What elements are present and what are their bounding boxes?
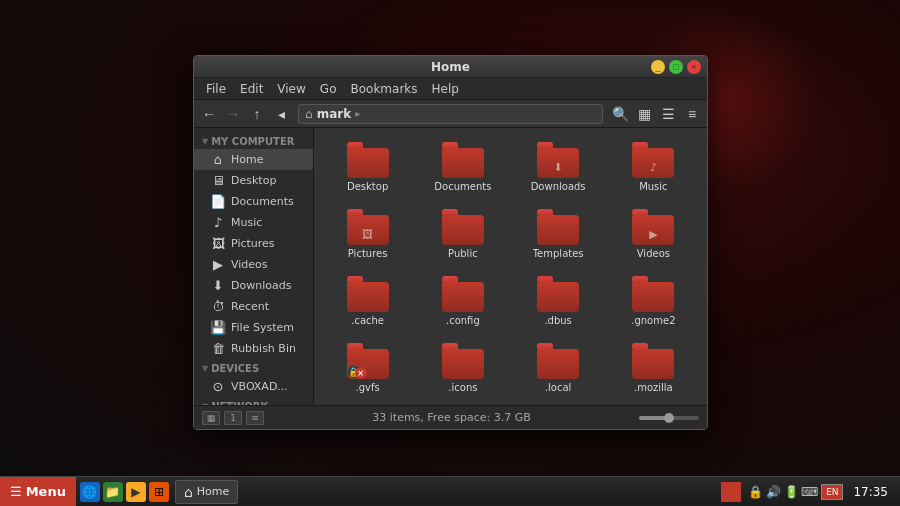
file-item-gnome2[interactable]: .gnome2 (608, 270, 699, 333)
menu-go[interactable]: Go (314, 80, 343, 98)
folder-icon-dbus (537, 276, 579, 312)
menu-edit[interactable]: Edit (234, 80, 269, 98)
back-button[interactable]: ← (198, 103, 220, 125)
file-label-dbus: .dbus (544, 315, 571, 327)
file-item-documents[interactable]: Documents (417, 136, 508, 199)
sidebar-label-music: Music (231, 216, 262, 229)
zoom-thumb (664, 413, 674, 423)
close-button[interactable]: × (687, 60, 701, 74)
taskbar-menu-button[interactable]: ☰ Menu (0, 477, 76, 506)
file-label-pictures: Pictures (348, 248, 388, 260)
file-label-gvfs: .gvfs (356, 382, 380, 394)
file-item-downloads[interactable]: ⬇ Downloads (513, 136, 604, 199)
documents-icon: 📄 (210, 194, 226, 209)
taskbar-red-indicator (721, 482, 741, 502)
menubar: File Edit View Go Bookmarks Help (194, 78, 707, 100)
sidebar-item-downloads[interactable]: ⬇ Downloads (194, 275, 313, 296)
file-label-desktop: Desktop (347, 181, 388, 193)
folder-icon-music: ♪ (632, 142, 674, 178)
minimize-button[interactable]: _ (651, 60, 665, 74)
file-item-public[interactable]: Public (417, 203, 508, 266)
statusbar-icons: ▦ 1 ≡ (202, 411, 264, 425)
file-label-config: .config (446, 315, 480, 327)
sidebar-label-rubbishbin: Rubbish Bin (231, 342, 296, 355)
menu-bookmarks[interactable]: Bookmarks (344, 80, 423, 98)
icon-view-button[interactable]: ▦ (633, 103, 655, 125)
section-arrow-devices: ▼ (202, 364, 208, 373)
language-indicator[interactable]: EN (821, 484, 843, 500)
path-arrow: ▸ (355, 108, 360, 119)
file-item-config[interactable]: .config (417, 270, 508, 333)
menu-file[interactable]: File (200, 80, 232, 98)
file-label-documents: Documents (434, 181, 491, 193)
left-arrow-button[interactable]: ◂ (270, 103, 292, 125)
menu-help[interactable]: Help (426, 80, 465, 98)
file-item-cache[interactable]: .cache (322, 270, 413, 333)
zoom-slider[interactable] (639, 416, 699, 420)
folder-icon-mozilla (632, 343, 674, 379)
maximize-button[interactable]: □ (669, 60, 683, 74)
file-item-pictures[interactable]: 🖼 Pictures (322, 203, 413, 266)
list-view-button[interactable]: ☰ (657, 103, 679, 125)
menu-view[interactable]: View (271, 80, 311, 98)
sidebar-item-music[interactable]: ♪ Music (194, 212, 313, 233)
zoom-bar (639, 416, 699, 420)
folder-icon-documents (442, 142, 484, 178)
taskbar-icon-browser[interactable]: 🌐 (80, 482, 100, 502)
path-text: mark (317, 107, 352, 121)
section-label-mycomputer: My Computer (211, 136, 294, 147)
sidebar-item-documents[interactable]: 📄 Documents (194, 191, 313, 212)
sidebar-item-home[interactable]: ⌂ Home (194, 149, 313, 170)
statusbar-info: 33 items, Free space: 3.7 GB (372, 411, 530, 424)
home-icon: ⌂ (210, 152, 226, 167)
rubbishbin-icon: 🗑 (210, 341, 226, 356)
sidebar-item-vbox[interactable]: ⊙ VBOXAD... (194, 376, 313, 397)
sidebar-label-filesystem: File System (231, 321, 294, 334)
compact-view-button[interactable]: ≡ (681, 103, 703, 125)
taskbar-icon-files[interactable]: 📁 (103, 482, 123, 502)
file-item-icons[interactable]: .icons (417, 337, 508, 400)
pictures-icon: 🖼 (210, 236, 226, 251)
search-button[interactable]: 🔍 (609, 103, 631, 125)
section-arrow-mycomputer: ▼ (202, 137, 208, 146)
sidebar-section-network[interactable]: ▼ Network (194, 397, 313, 405)
taskbar: ☰ Menu 🌐 📁 ▶ ⊞ ⌂ Home 🔒 🔊 🔋 ⌨ EN 17:35 (0, 476, 900, 506)
up-button[interactable]: ↑ (246, 103, 268, 125)
file-label-public: Public (448, 248, 478, 260)
main-area: ▼ My Computer ⌂ Home 🖥 Desktop 📄 Documen… (194, 128, 707, 405)
file-item-gvfs[interactable]: 🔒 × .gvfs (322, 337, 413, 400)
sb-icon-2[interactable]: 1 (224, 411, 242, 425)
system-tray: 🔒 🔊 🔋 ⌨ (747, 484, 817, 500)
path-home-icon: ⌂ (305, 107, 313, 121)
sidebar-section-devices[interactable]: ▼ Devices (194, 359, 313, 376)
file-item-local[interactable]: .local (513, 337, 604, 400)
path-bar[interactable]: ⌂ mark ▸ (298, 104, 603, 124)
file-label-gnome2: .gnome2 (631, 315, 675, 327)
taskbar-icon-media[interactable]: ▶ (126, 482, 146, 502)
file-item-desktop[interactable]: Desktop (322, 136, 413, 199)
sidebar-item-recent[interactable]: ⏱ Recent (194, 296, 313, 317)
recent-icon: ⏱ (210, 299, 226, 314)
sidebar-item-filesystem[interactable]: 💾 File System (194, 317, 313, 338)
videos-icon: ▶ (210, 257, 226, 272)
sidebar-section-mycomputer[interactable]: ▼ My Computer (194, 132, 313, 149)
file-item-templates[interactable]: Templates (513, 203, 604, 266)
file-item-videos[interactable]: ▶ Videos (608, 203, 699, 266)
file-item-mozilla[interactable]: .mozilla (608, 337, 699, 400)
taskbar-icon-other[interactable]: ⊞ (149, 482, 169, 502)
sb-icon-1[interactable]: ▦ (202, 411, 220, 425)
folder-icon-local (537, 343, 579, 379)
sb-icon-3[interactable]: ≡ (246, 411, 264, 425)
volume-tray-icon: 🔊 (765, 484, 781, 500)
folder-icon-public (442, 209, 484, 245)
sidebar-item-pictures[interactable]: 🖼 Pictures (194, 233, 313, 254)
taskbar-quick-launch: 🌐 📁 ▶ ⊞ (76, 482, 173, 502)
sidebar-item-rubbishbin[interactable]: 🗑 Rubbish Bin (194, 338, 313, 359)
folder-icon-icons (442, 343, 484, 379)
file-item-dbus[interactable]: .dbus (513, 270, 604, 333)
sidebar-item-videos[interactable]: ▶ Videos (194, 254, 313, 275)
forward-button[interactable]: → (222, 103, 244, 125)
taskbar-app-home[interactable]: ⌂ Home (175, 480, 238, 504)
sidebar-item-desktop[interactable]: 🖥 Desktop (194, 170, 313, 191)
file-item-music[interactable]: ♪ Music (608, 136, 699, 199)
